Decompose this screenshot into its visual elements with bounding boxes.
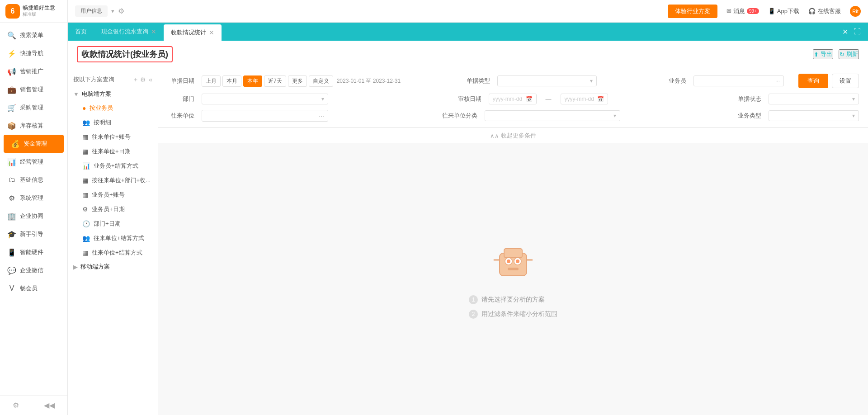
partner-select[interactable]: ··· <box>202 110 328 122</box>
partner-cat-label: 往来单位分类 <box>442 112 477 120</box>
partner-account-label: 往来单位+账号 <box>92 133 131 141</box>
quick-nav-icon: ⚡ <box>7 49 16 58</box>
doc-status-select[interactable]: ▾ <box>769 94 859 104</box>
empty-tip-2: 2 用过滤条件来缩小分析范围 <box>469 310 557 319</box>
sidebar-item-marketing[interactable]: 📢 营销推广 <box>0 62 67 80</box>
by-salesman-icon: ● <box>82 104 86 112</box>
partner-more-icon[interactable]: ··· <box>319 112 324 119</box>
scheme-item-by-salesman[interactable]: ● 按业务员 <box>71 101 158 115</box>
partner-date-label: 往来单位+日期 <box>92 147 131 156</box>
desktop-group-title[interactable]: ▼ 电脑端方案 <box>68 87 158 101</box>
query-button[interactable]: 查询 <box>798 74 828 88</box>
export-button[interactable]: ⬆ 导出 <box>813 49 833 59</box>
scheme-item-salesman-date[interactable]: ⚙ 业务员+日期 <box>71 202 158 217</box>
partner-category-select[interactable]: ▾ <box>485 110 620 121</box>
finance-icon: 💰 <box>11 139 20 148</box>
collapse-label: 收起更多条件 <box>501 132 536 140</box>
sidebar-item-hardware[interactable]: 📱 智能硬件 <box>0 243 67 261</box>
trial-button[interactable]: 体验行业方案 <box>668 5 717 18</box>
salesman-more-icon: ··· <box>775 78 780 84</box>
sidebar-item-search[interactable]: 🔍 搜索菜单 <box>0 26 67 44</box>
scheme-item-partner-account[interactable]: ▦ 往来单位+账号 <box>71 130 158 144</box>
marketing-icon: 📢 <box>7 67 16 76</box>
operation-icon: 📊 <box>7 157 16 166</box>
doc-type-select[interactable]: ▾ <box>497 75 597 86</box>
tab-bank-flow-label: 现金银行流水查询 <box>101 28 148 36</box>
salesman-select[interactable]: ··· <box>693 75 784 86</box>
tab-bar: 首页 现金银行流水查询 ✕ 收款情况统计 ✕ ✕ ⛶ <box>68 23 868 41</box>
sidebar-item-wechat[interactable]: 💬 企业微信 <box>0 261 67 279</box>
sidebar-item-sales[interactable]: 💼 销售管理 <box>0 80 67 99</box>
scheme-item-partner-date[interactable]: ▦ 往来单位+日期 <box>71 144 158 159</box>
tab-bank-flow-close-icon[interactable]: ✕ <box>151 28 156 35</box>
page-header-actions: ⬆ 导出 ↻ 刷新 <box>813 49 859 59</box>
tab-receivables[interactable]: 收款情况统计 ✕ <box>164 24 222 41</box>
sidebar-item-inventory[interactable]: 📦 库存核算 <box>0 117 67 135</box>
business-type-select[interactable]: ▾ <box>769 110 859 121</box>
dept-select[interactable]: ▾ <box>202 94 328 104</box>
btn-last-month[interactable]: 上月 <box>202 75 221 87</box>
sidebar-settings-btn[interactable]: ⚙ <box>13 401 19 410</box>
sidebar-item-purchase[interactable]: 🛒 采购管理 <box>0 99 67 117</box>
sidebar-item-operation[interactable]: 📊 经营管理 <box>0 153 67 171</box>
filter-row-1: 单据日期 上月 本月 本年 近7天 更多 自定义 2023-01-01 <box>167 74 859 88</box>
tab-receivables-close-icon[interactable]: ✕ <box>209 29 214 36</box>
scheme-item-salesman-settle[interactable]: 📊 业务员+结算方式 <box>71 159 158 173</box>
app-download-btn[interactable]: 📱 App下载 <box>768 7 799 15</box>
btn-custom[interactable]: 自定义 <box>309 75 333 87</box>
tab-home[interactable]: 首页 <box>68 23 94 41</box>
sidebar-item-system[interactable]: ⚙ 系统管理 <box>0 189 67 207</box>
expand-icon[interactable]: ⛶ <box>854 28 861 36</box>
mobile-group-arrow: ▶ <box>73 264 78 270</box>
salesman-account-label: 业务员+账号 <box>92 191 125 199</box>
sidebar-item-guide[interactable]: 🎓 新手引导 <box>0 225 67 243</box>
dept-filter-label: 部门 <box>167 95 194 103</box>
review-date-end[interactable]: yyyy-mm-dd 📅 <box>561 94 609 104</box>
header-settings-icon[interactable]: ⚙ <box>118 7 124 15</box>
review-date-start[interactable]: yyyy-mm-dd 📅 <box>489 94 537 104</box>
panel-collapse-btn[interactable]: « <box>149 76 152 83</box>
scheme-settings-btn[interactable]: ⚙ <box>140 76 146 83</box>
mobile-group-title[interactable]: ▶ 移动端方案 <box>68 260 158 274</box>
setting-button[interactable]: 设置 <box>832 74 859 88</box>
by-detail-label: 按明细 <box>94 118 111 127</box>
sidebar-item-finance[interactable]: 💰 资金管理 <box>4 135 64 153</box>
close-all-tabs-btn[interactable]: ✕ <box>842 28 848 36</box>
tab-receivables-label: 收款情况统计 <box>171 28 206 37</box>
export-icon: ⬆ <box>814 51 819 58</box>
salesman-account-icon: ▦ <box>82 191 88 198</box>
tab-bar-actions: ✕ ⛶ <box>842 28 861 36</box>
sidebar-item-quick-nav[interactable]: ⚡ 快捷导航 <box>0 44 67 62</box>
desktop-group-arrow: ▼ <box>73 91 79 98</box>
scheme-item-partner-dept[interactable]: ▦ 按往来单位+部门+收... <box>71 173 158 188</box>
refresh-button[interactable]: ↻ 刷新 <box>839 49 859 59</box>
scheme-item-salesman-account[interactable]: ▦ 业务员+账号 <box>71 188 158 202</box>
btn-this-month[interactable]: 本月 <box>222 75 241 87</box>
online-service-btn[interactable]: 🎧 在线客服 <box>808 7 841 15</box>
header-left: 用户信息 ▾ ⚙ <box>75 5 124 17</box>
scheme-item-partner-settle2[interactable]: ▦ 往来单位+结算方式 <box>71 245 158 260</box>
collapse-bar[interactable]: ∧∧ 收起更多条件 <box>158 127 868 143</box>
dropdown-arrow-icon[interactable]: ▾ <box>111 8 114 14</box>
sidebar-item-vip[interactable]: V 畅会员 <box>0 279 67 297</box>
date-quick-buttons: 上月 本月 本年 近7天 更多 自定义 2023-01-01 至 2023-12… <box>202 75 401 87</box>
sidebar-item-enterprise[interactable]: 🏢 企业协同 <box>0 207 67 225</box>
scheme-item-partner-settle1[interactable]: 👥 往来单位+结算方式 <box>71 231 158 245</box>
add-scheme-btn[interactable]: + <box>134 76 137 83</box>
app-logo: 6 畅捷通好生意 标准版 <box>0 0 67 23</box>
sidebar-collapse-btn[interactable]: ◀◀ <box>44 401 55 410</box>
btn-this-year[interactable]: 本年 <box>243 75 262 87</box>
scheme-item-by-detail[interactable]: 👥 按明细 <box>71 115 158 130</box>
filter-row-2: 部门 ▾ 审核日期 yyyy-mm-dd 📅 — <box>167 94 859 104</box>
sidebar-item-basic[interactable]: 🗂 基础信息 <box>0 171 67 189</box>
user-name-display[interactable]: Rit <box>850 6 861 17</box>
partner-settle1-label: 往来单位+结算方式 <box>94 234 144 242</box>
header-actions: 体验行业方案 ✉ 消息 99+ 📱 App下载 🎧 在线客服 Rit <box>668 5 861 18</box>
btn-last-7days[interactable]: 近7天 <box>264 75 286 87</box>
messages-btn[interactable]: ✉ 消息 99+ <box>726 7 759 15</box>
tab-bank-flow[interactable]: 现金银行流水查询 ✕ <box>94 23 164 41</box>
tip-text-1: 请先选择要分析的方案 <box>481 296 545 304</box>
salesman-date-icon: ⚙ <box>82 206 88 213</box>
btn-more-dates[interactable]: 更多 <box>288 75 307 87</box>
scheme-item-dept-date[interactable]: 🕐 部门+日期 <box>71 217 158 231</box>
